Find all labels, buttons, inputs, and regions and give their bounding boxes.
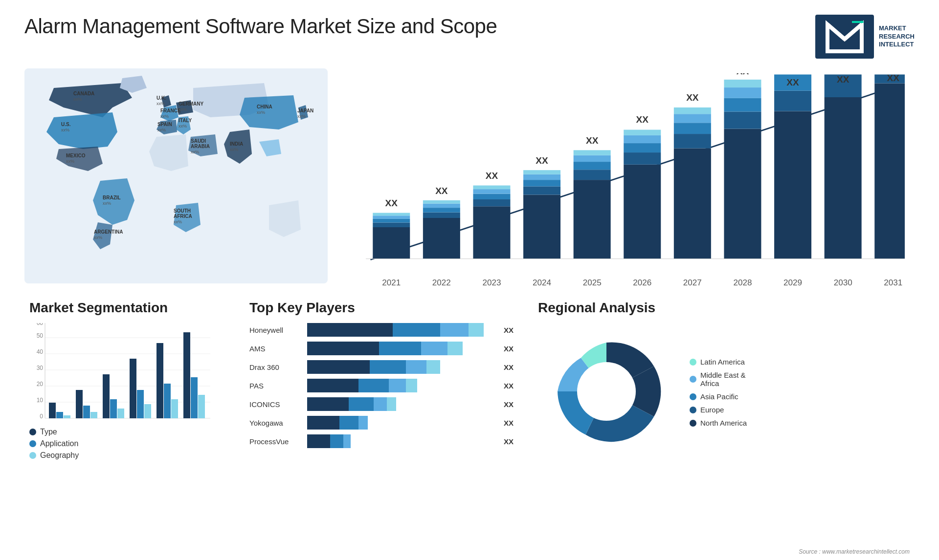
legend-type: Type (29, 428, 225, 436)
svg-rect-82 (674, 149, 711, 259)
page-title: Alarm Management Software Market Size an… (24, 15, 497, 38)
player-iconics: ICONICS XX (249, 397, 514, 411)
svg-rect-69 (574, 170, 611, 180)
svg-text:2025: 2025 (583, 278, 602, 287)
svg-rect-89 (724, 129, 761, 259)
source-text: Source : www.marketresearchintellect.com (799, 548, 910, 555)
svg-rect-77 (624, 143, 661, 152)
player-bar-yokogawa (307, 416, 497, 430)
svg-rect-91 (724, 98, 761, 112)
app-label: Application (40, 439, 78, 448)
svg-rect-62 (523, 186, 560, 194)
svg-text:xx%: xx% (179, 107, 187, 112)
svg-text:XX: XX (636, 114, 649, 125)
svg-text:xx%: xx% (257, 110, 265, 115)
svg-rect-64 (523, 174, 560, 180)
reg-north-america: North America (690, 419, 747, 427)
segmentation-title: Market Segmentation (29, 300, 225, 316)
player-bar-processvue (307, 434, 497, 448)
svg-rect-105 (874, 84, 905, 259)
regional-title: Regional Analysis (538, 300, 910, 316)
legend-geography: Geography (29, 451, 225, 460)
svg-rect-93 (724, 80, 761, 87)
player-bar-iconics (307, 397, 497, 411)
svg-rect-96 (774, 111, 811, 259)
player-bar-drax360 (307, 360, 497, 374)
svg-text:MEXICO: MEXICO (66, 153, 86, 158)
segmentation-legend: Type Application Geography (29, 428, 225, 460)
logo-text: MARKET RESEARCH INTELLECT (879, 24, 915, 49)
svg-rect-55 (473, 199, 510, 206)
world-map-section: CANADA xx% U.S. xx% MEXICO xx% BRAZIL xx… (24, 68, 328, 283)
svg-rect-137 (144, 404, 151, 418)
svg-line-2 (845, 24, 862, 39)
players-title: Top Key Players (249, 300, 514, 316)
svg-text:2027: 2027 (683, 278, 702, 287)
svg-text:CHINA: CHINA (257, 104, 272, 109)
svg-text:40: 40 (37, 348, 44, 355)
svg-rect-49 (423, 208, 460, 213)
svg-text:xx%: xx% (156, 101, 165, 106)
player-name-drax360: Drax 360 (249, 363, 303, 371)
player-pas: PAS XX (249, 379, 514, 392)
svg-text:XX: XX (385, 198, 398, 208)
svg-rect-51 (423, 200, 460, 204)
svg-text:10: 10 (37, 397, 44, 404)
donut-chart (538, 323, 675, 460)
svg-text:XX: XX (435, 186, 448, 196)
svg-rect-47 (423, 218, 460, 259)
reg-europe: Europe (690, 406, 747, 414)
player-bar-ams (307, 342, 497, 355)
svg-line-1 (827, 24, 845, 39)
svg-rect-97 (774, 91, 811, 111)
donut-chart-container (538, 323, 675, 462)
svg-text:SPAIN: SPAIN (157, 122, 172, 127)
svg-rect-76 (624, 152, 661, 165)
svg-rect-135 (130, 359, 136, 418)
svg-rect-71 (574, 155, 611, 162)
svg-text:xx%: xx% (66, 159, 74, 164)
svg-rect-83 (674, 134, 711, 148)
reg-latin-america: Latin America (690, 358, 747, 366)
svg-rect-63 (523, 180, 560, 186)
svg-text:2024: 2024 (533, 278, 551, 287)
svg-rect-72 (574, 150, 611, 155)
player-xx-ams: XX (504, 345, 514, 353)
svg-text:XX: XX (536, 155, 548, 166)
svg-rect-84 (674, 123, 711, 134)
svg-rect-65 (523, 170, 560, 174)
north-america-label: North America (700, 419, 747, 427)
svg-rect-101 (825, 97, 862, 259)
svg-rect-124 (56, 412, 63, 418)
svg-rect-90 (724, 111, 761, 129)
svg-rect-141 (171, 399, 178, 418)
europe-label: Europe (700, 406, 724, 414)
geo-dot (29, 452, 36, 459)
svg-text:60: 60 (37, 323, 44, 326)
regional-legend: Latin America Middle East &Africa Asia P… (690, 358, 747, 427)
svg-rect-40 (373, 227, 410, 259)
svg-text:XX: XX (837, 74, 850, 85)
svg-rect-70 (574, 162, 611, 170)
svg-text:XX: XX (686, 92, 699, 103)
svg-rect-123 (49, 403, 56, 418)
svg-text:xx%: xx% (157, 128, 166, 132)
player-name-processvue: ProcessVue (249, 437, 303, 446)
svg-rect-140 (164, 384, 171, 418)
svg-rect-48 (423, 213, 460, 218)
middle-east-dot (690, 376, 696, 383)
svg-rect-54 (473, 206, 510, 258)
svg-text:INDIA: INDIA (230, 141, 243, 147)
player-name-iconics: ICONICS (249, 400, 303, 409)
asia-pacific-dot (690, 393, 696, 400)
svg-point-148 (577, 362, 636, 421)
svg-rect-136 (137, 390, 144, 418)
svg-rect-139 (156, 343, 163, 418)
svg-rect-144 (191, 377, 198, 418)
middle-east-label: Middle East &Africa (700, 371, 746, 388)
europe-dot (690, 407, 696, 413)
svg-text:20: 20 (37, 381, 44, 388)
svg-text:2028: 2028 (733, 278, 752, 287)
svg-text:XX: XX (887, 73, 900, 83)
svg-text:FRANCE: FRANCE (160, 108, 181, 113)
